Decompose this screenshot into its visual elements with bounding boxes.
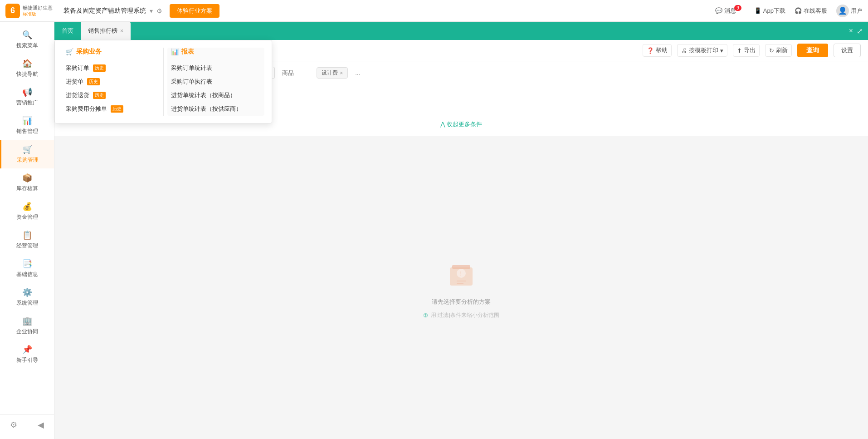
goods-tag-remove[interactable]: × [340,70,343,76]
marketing-icon: 📢 [22,87,32,97]
menu-item-label: 进货退货 [66,91,89,99]
sidebar-item-finance[interactable]: 💰 资金管理 [0,197,54,226]
sidebar-item-marketing[interactable]: 📢 营销推广 [0,83,54,111]
report-menu-title: 📊 报表 [171,48,261,56]
phone-icon: 📱 [754,7,761,14]
tab-bar-close-icon[interactable]: × [849,27,853,35]
tab-home[interactable]: 首页 [54,22,81,40]
logo-text: 畅捷通好生意 标准版 [23,5,53,17]
content-area: 首页 销售排行榜 × × ⤢ ❓ 帮助 🖨 按模板打印 ▾ ⬆ [54,22,868,439]
sidebar-item-quick-nav[interactable]: 🏠 快捷导航 [0,54,54,83]
report-menu-label: 报表 [181,48,194,56]
sidebar-item-basic-info[interactable]: 📑 基础信息 [0,254,54,283]
help-icon: ❓ [647,47,654,54]
headset-icon: 🎧 [795,7,802,14]
system-settings-icon[interactable]: ⚙ [156,7,162,15]
logo-title: 畅捷通好生意 [23,5,53,11]
tab-bar-right: × ⤢ [849,22,868,40]
sidebar-item-operations[interactable]: 📋 经营管理 [0,226,54,254]
sidebar-item-label: 搜索菜单 [16,42,38,49]
app-download-label: App下载 [763,7,785,15]
system-icon: ⚙️ [22,287,32,297]
tab-sales-ranking[interactable]: 销售排行榜 × [81,22,131,40]
report-menu-icon: 📊 [171,48,179,55]
topbar: 6 畅捷通好生意 标准版 装备及固定资产辅助管理系统 ▾ ⚙ 体验行业方案 💬 … [0,0,868,22]
export-button[interactable]: ⬆ 导出 [733,44,760,57]
sidebar-bottom: ⚙ ◀ [0,414,54,435]
menu-item-label: 进货单 [66,78,83,86]
tab-close-icon[interactable]: × [120,28,123,34]
sidebar-item-purchase[interactable]: 🛒 采购管理 [0,140,54,168]
sidebar-item-label: 新手引导 [16,356,38,364]
dropdown-menu: 🛒 采购业务 采购订单 历史 进货单 历史 进货退货 历史 采购费用分摊单 [54,40,272,123]
menu-item-purchase-order-stat[interactable]: 采购订单统计表 [171,61,261,75]
svg-text:!: ! [459,271,461,277]
refresh-button[interactable]: ↻ 刷新 [765,44,792,57]
export-label: 导出 [744,46,756,54]
menu-item-receipt-stat-goods[interactable]: 进货单统计表（按商品） [171,89,261,102]
message-item[interactable]: 💬 消息 9 [715,7,745,15]
menu-item-label: 采购订单统计表 [171,64,212,72]
industry-button[interactable]: 体验行业方案 [170,4,219,18]
report-menu-column: 📊 报表 采购订单统计表 采购订单执行表 进货单统计表（按商品） 进货单统计表（… [167,48,265,116]
finance-icon: 💰 [22,202,32,212]
menu-item-purchase-order[interactable]: 采购订单 历史 [66,61,156,75]
message-icon: 💬 [715,7,722,14]
sidebar-item-search[interactable]: 🔍 搜索菜单 [0,25,54,54]
logo-char: 6 [10,6,15,15]
empty-illustration: ! [443,256,479,292]
refresh-icon: ↻ [769,47,774,54]
logo-badge: 标准版 [23,11,53,17]
menu-item-receipt-stat-supplier[interactable]: 进货单统计表（按供应商） [171,102,261,116]
help-button[interactable]: ❓ 帮助 [643,44,672,57]
menu-item-purchase-order-exec[interactable]: 采购订单执行表 [171,75,261,89]
menu-item-purchase-return[interactable]: 进货退货 历史 [66,89,156,102]
system-title-text: 装备及固定资产辅助管理系统 [63,7,146,15]
sidebar-item-label: 库存核算 [16,185,38,192]
sidebar-item-label: 快捷导航 [16,70,38,78]
search-icon: 🔍 [22,30,32,40]
online-service-label: 在线客服 [804,7,827,15]
sidebar-item-system[interactable]: ⚙️ 系统管理 [0,283,54,311]
sidebar-settings-icon[interactable]: ⚙ [10,420,17,430]
logo-icon: 6 [5,4,20,18]
history-badge-3: 历史 [93,92,106,99]
sidebar-item-label: 企业协同 [16,328,38,335]
purchase-menu-column: 🛒 采购业务 采购订单 历史 进货单 历史 进货退货 历史 采购费用分摊单 [62,48,160,116]
goods-tag: 设计费 × [317,67,348,79]
app-download-item[interactable]: 📱 App下载 [754,7,785,15]
goods-dots[interactable]: ... [355,69,360,76]
notification-badge: 9 [734,5,741,11]
sidebar-collapse-icon[interactable]: ◀ [38,420,44,430]
sidebar-item-guide[interactable]: 📌 新手引导 [0,340,54,369]
tab-bar-expand-icon[interactable]: ⤢ [857,27,863,35]
svg-rect-1 [452,265,470,269]
sales-icon: 📊 [22,116,32,126]
enterprise-icon: 🏢 [22,316,32,326]
system-title-arrow[interactable]: ▾ [150,7,153,15]
menu-item-purchase-expense[interactable]: 采购费用分摊单 历史 [66,102,156,116]
inventory-icon: 📦 [22,173,32,183]
tab-home-label: 首页 [62,27,73,35]
print-button[interactable]: 🖨 按模板打印 ▾ [677,44,727,57]
settings-button[interactable]: 设置 [834,44,861,57]
sidebar-item-label: 经营管理 [16,242,38,250]
query-button[interactable]: 查询 [797,44,828,57]
guide-icon: 📌 [22,345,32,355]
menu-item-label: 进货单统计表（按供应商） [171,105,242,113]
purchase-menu-icon: 🛒 [66,48,73,55]
sidebar-item-enterprise[interactable]: 🏢 企业协同 [0,311,54,340]
goods-label: 商品 [282,69,309,77]
sidebar-item-label: 基础信息 [16,271,38,278]
sidebar-item-sales[interactable]: 📊 销售管理 [0,111,54,140]
logo-area: 6 畅捷通好生意 标准版 [5,4,60,18]
purchase-icon: 🛒 [23,144,33,154]
menu-item-label: 采购订单 [66,64,89,72]
menu-item-purchase-receipt[interactable]: 进货单 历史 [66,75,156,89]
user-item[interactable]: 👤 用户 [836,5,863,17]
purchase-menu-title: 🛒 采购业务 [66,48,156,56]
purchase-menu-label: 采购业务 [76,48,102,56]
online-service-item[interactable]: 🎧 在线客服 [795,7,827,15]
user-avatar: 👤 [836,5,849,17]
sidebar-item-inventory[interactable]: 📦 库存核算 [0,168,54,197]
